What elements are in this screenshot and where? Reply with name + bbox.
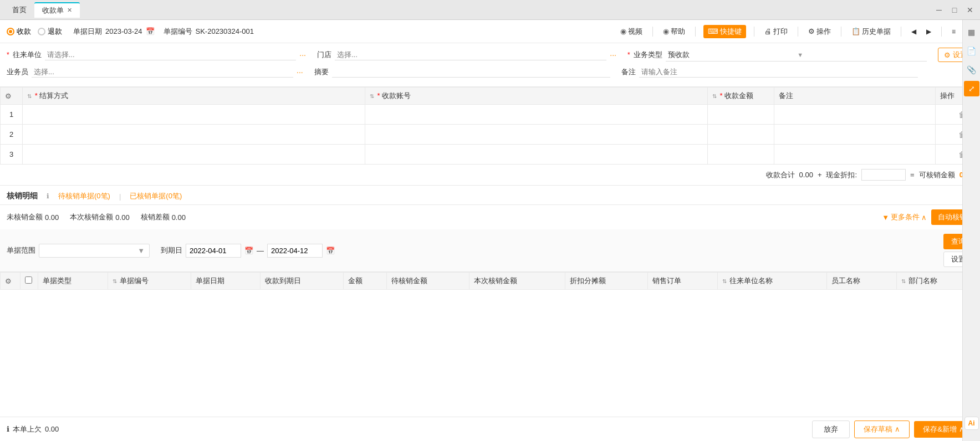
row-acc-3[interactable] — [365, 145, 707, 165]
sidebar-clip-icon[interactable]: 📎 — [964, 62, 979, 78]
date-to-input[interactable] — [267, 244, 323, 258]
help-icon: ◉ — [663, 27, 669, 35]
table-row: 2 🗑 ⧉ — [1, 125, 980, 145]
select-all-checkbox[interactable] — [25, 276, 32, 284]
row-no-3: 3 — [1, 145, 23, 165]
range-arrow-icon: ▼ — [137, 247, 145, 255]
tab-divider: | — [119, 192, 121, 201]
help-label: 帮助 — [671, 27, 685, 37]
salesperson-more-icon[interactable]: ··· — [297, 68, 303, 76]
summary-input[interactable] — [332, 66, 611, 78]
radio-refund-dot — [38, 28, 45, 35]
row-pm-3[interactable] — [23, 145, 365, 165]
table-settings-icon[interactable]: ⚙ — [5, 92, 12, 100]
col-payment-method: ⇅ * 结算方式 — [23, 88, 365, 105]
help-btn[interactable]: ◉ 帮助 — [661, 25, 687, 38]
tab-home[interactable]: 首页 — [4, 2, 34, 18]
print-btn[interactable]: 🖨 打印 — [762, 25, 790, 38]
row-amt-2[interactable] — [707, 125, 774, 145]
row-acc-2[interactable] — [365, 125, 707, 145]
sidebar-doc-icon[interactable]: 📄 — [964, 43, 979, 59]
row-remark-3[interactable] — [774, 145, 935, 165]
pending-tab[interactable]: 待核销单据(0笔) — [58, 191, 110, 201]
btcol-doc-no: ⇅ 单据编号 — [108, 273, 191, 290]
row-pm-1[interactable] — [23, 105, 365, 125]
row-acc-1[interactable] — [365, 105, 707, 125]
divider3 — [754, 27, 754, 37]
nav-next-btn[interactable]: ▶ — [924, 27, 933, 37]
btcol-sales-order: 销售订单 — [648, 273, 718, 290]
plus-sign: + — [818, 171, 822, 179]
discount-input[interactable] — [861, 169, 906, 181]
row-remark-2[interactable] — [774, 125, 935, 145]
btcol-checkbox — [21, 273, 38, 290]
close-btn[interactable]: ✕ — [964, 4, 976, 16]
btcol-discount: 折扣分摊额 — [565, 273, 648, 290]
sidebar-expand-icon[interactable]: ⤢ — [964, 81, 979, 96]
video-btn[interactable]: ◉ 视频 — [618, 25, 645, 38]
bottom-table-gear-icon[interactable]: ⚙ — [5, 277, 12, 285]
writeoff-title: 核销明细 — [7, 191, 38, 201]
history-btn[interactable]: 📋 历史单据 — [849, 25, 893, 38]
video-label: 视频 — [628, 27, 642, 37]
sidebar-table-icon[interactable]: ▦ — [964, 24, 979, 40]
discount-label: 现金折扣: — [826, 170, 857, 180]
nav-prev-btn[interactable]: ◀ — [909, 27, 918, 37]
radio-receipt[interactable]: 收款 — [7, 27, 31, 37]
remark-label: 备注 — [621, 67, 636, 77]
row-amt-3[interactable] — [707, 145, 774, 165]
col-amount: ⇅ * 收款金额 — [707, 88, 774, 105]
writeoff-info-icon[interactable]: ℹ — [47, 192, 49, 200]
counterpart-field: * 往来单位 ··· — [7, 49, 306, 60]
tab-receipt-close[interactable]: ✕ — [67, 7, 72, 14]
salesperson-input[interactable] — [32, 66, 293, 78]
operation-icon: ⚙ — [808, 27, 815, 35]
maximize-btn[interactable]: □ — [949, 4, 960, 16]
radio-refund[interactable]: 退款 — [38, 27, 62, 37]
draft-button[interactable]: 保存草稿 ∧ — [854, 421, 910, 438]
btcol-current-amount: 本次核销金额 — [469, 273, 565, 290]
counterpart-more-icon[interactable]: ··· — [299, 50, 306, 59]
business-type-select[interactable]: 预收款 ▼ — [666, 49, 927, 61]
filter-icon: ▼ — [882, 213, 889, 222]
remark-input[interactable] — [639, 66, 918, 78]
btcol-pending-amount: 待核销金额 — [386, 273, 469, 290]
filter-row: 单据范围 ▼ 到期日 📅 — 📅 查询 设置 — [0, 229, 980, 272]
shortcut-btn[interactable]: ⌨ 快捷键 — [703, 25, 746, 38]
row-remark-1[interactable] — [774, 105, 935, 125]
gear-icon: ⚙ — [944, 51, 951, 59]
view-list-btn[interactable]: ≡ — [950, 27, 958, 37]
more-conditions-btn[interactable]: ▼ 更多条件 ∧ — [882, 212, 927, 222]
counterpart-required: * — [7, 51, 9, 59]
toolbar-right: ◉ 视频 ◉ 帮助 ⌨ 快捷键 🖨 打印 ⚙ 操作 — [618, 25, 973, 38]
row-pm-2[interactable] — [23, 125, 365, 145]
cal-from-icon[interactable]: 📅 — [244, 247, 253, 255]
col-account: ⇅ * 收款账号 — [365, 88, 707, 105]
row-amt-1[interactable] — [707, 105, 774, 125]
ai-badge[interactable]: Ai — [964, 417, 979, 430]
diff-label: 核销差额 — [141, 212, 170, 222]
history-icon: 📋 — [851, 27, 860, 35]
date-label: 单据日期 — [73, 27, 102, 37]
doc-number-label: 单据编号 — [164, 27, 192, 37]
sort-icon-counterpart: ⇅ — [722, 278, 727, 284]
due-date-field: 到期日 📅 — 📅 — [161, 244, 335, 258]
calendar-icon[interactable]: 📅 — [146, 27, 155, 35]
tab-receipt[interactable]: 收款单 ✕ — [34, 2, 80, 18]
date-from-input[interactable] — [186, 244, 241, 258]
done-tab[interactable]: 已核销单据(0笔) — [130, 191, 182, 201]
minimize-btn[interactable]: ─ — [933, 4, 945, 16]
counterpart-input[interactable] — [45, 49, 297, 60]
window-controls: ─ □ ✕ — [933, 4, 976, 16]
store-input[interactable] — [335, 49, 606, 60]
tab-receipt-label: 收款单 — [42, 6, 64, 16]
range-label: 单据范围 — [7, 245, 35, 255]
operation-btn[interactable]: ⚙ 操作 — [806, 25, 833, 38]
discard-button[interactable]: 放弃 — [812, 421, 850, 438]
store-more-icon[interactable]: ··· — [610, 50, 616, 59]
range-select[interactable]: ▼ — [39, 244, 150, 258]
remark-field: 备注 — [621, 66, 918, 78]
toolbar: 收款 退款 单据日期 2023-03-24 📅 单据编号 SK-20230324… — [0, 20, 980, 43]
footer-left: ℹ 本单上欠 0.00 — [7, 424, 59, 434]
cal-to-icon[interactable]: 📅 — [326, 247, 335, 255]
